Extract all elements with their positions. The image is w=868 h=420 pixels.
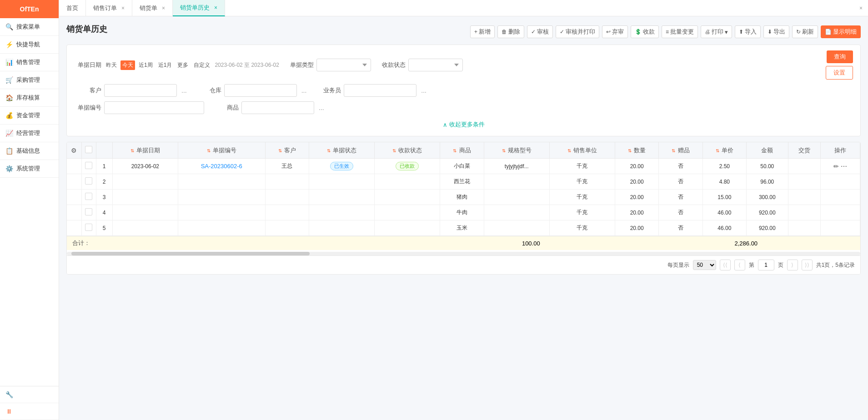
col-sales-unit[interactable]: ⇅ 销售单位 xyxy=(549,142,615,159)
custom-btn[interactable]: 自定义 xyxy=(192,60,212,70)
audit-print-button[interactable]: ✓ 审核并打印 xyxy=(556,25,599,38)
sidebar-item-search-menu[interactable]: 🔍 搜索菜单 xyxy=(0,18,59,36)
doc-no-input[interactable] xyxy=(104,101,204,114)
col-customer[interactable]: ⇅ 客户 xyxy=(265,142,309,159)
sidebar-item-sales-mgmt[interactable]: 📊 销售管理 xyxy=(0,54,59,71)
audit-button[interactable]: ✓ 审核 xyxy=(527,25,553,38)
customer-cell xyxy=(265,190,309,205)
col-unit-price[interactable]: ⇅ 单价 xyxy=(702,142,746,159)
staff-input[interactable] xyxy=(344,84,416,97)
warehouse-input[interactable] xyxy=(224,84,297,97)
sidebar-item-label: 经营管理 xyxy=(16,129,40,137)
page-input[interactable] xyxy=(758,260,774,270)
sidebar-item-ops-mgmt[interactable]: 📈 经营管理 xyxy=(0,125,59,142)
col-quantity[interactable]: ⇅ 数量 xyxy=(615,142,659,159)
select-all-checkbox[interactable] xyxy=(85,146,92,153)
payment-status-label: 收款状态 xyxy=(378,61,406,69)
product-input[interactable] xyxy=(241,101,314,114)
sort-icon: ⇅ xyxy=(672,148,675,153)
payment-status-select[interactable] xyxy=(408,59,463,71)
tab-sales-goods[interactable]: 销货单 × xyxy=(132,0,173,16)
staff-dots[interactable]: ... xyxy=(421,87,426,94)
row-checkbox[interactable] xyxy=(85,208,92,215)
abandon-button[interactable]: ↩ 弃审 xyxy=(602,25,628,38)
close-all-tabs[interactable]: × xyxy=(854,5,868,11)
edit-action-icon[interactable]: ✏ xyxy=(833,162,840,171)
sidebar-item-sys-mgmt[interactable]: ⚙️ 系统管理 xyxy=(0,160,59,178)
col-payment-status[interactable]: ⇅ 收款状态 xyxy=(375,142,440,159)
customer-input[interactable] xyxy=(104,84,177,97)
sidebar-item-finance[interactable]: 💰 资金管理 xyxy=(0,107,59,125)
last1m-btn[interactable]: 近1月 xyxy=(156,60,174,70)
query-button[interactable]: 查询 xyxy=(827,50,853,63)
col-doc-status[interactable]: ⇅ 单据状态 xyxy=(309,142,374,159)
tab-home[interactable]: 首页 xyxy=(59,0,86,16)
per-page-label: 每页显示 xyxy=(667,261,689,269)
tab-sales-order-close[interactable]: × xyxy=(121,5,125,11)
pause-icon: ⏸ xyxy=(5,408,13,415)
tab-sales-history[interactable]: 销货单历史 × xyxy=(173,0,225,16)
product-dots[interactable]: ... xyxy=(319,104,324,111)
doc-no-link[interactable]: SA-20230602-6 xyxy=(201,163,242,170)
gift-cell: 否 xyxy=(659,190,702,205)
doc-type-select[interactable] xyxy=(316,59,371,71)
col-doc-date[interactable]: ⇅ 单据日期 xyxy=(112,142,178,159)
sidebar-item-quick-nav[interactable]: ⚡ 快捷导航 xyxy=(0,36,59,54)
sales-unit-cell: 千克 xyxy=(549,159,615,174)
new-button[interactable]: + 新增 xyxy=(470,25,495,38)
more-btn[interactable]: 更多 xyxy=(176,60,190,70)
show-detail-button[interactable]: 📄 显示明细 xyxy=(821,25,861,38)
col-doc-no[interactable]: ⇅ 单据编号 xyxy=(178,142,265,159)
tab-sales-goods-close[interactable]: × xyxy=(162,5,165,11)
collapse-btn[interactable]: ∧ 收起更多条件 xyxy=(443,119,485,130)
export-button[interactable]: ⬇ 导出 xyxy=(763,25,789,38)
delete-button[interactable]: 🗑 删除 xyxy=(497,25,524,38)
doc-status-cell xyxy=(309,220,374,236)
per-page-select[interactable]: 50 100 xyxy=(693,260,716,270)
row-no-cell: 1 xyxy=(96,159,112,174)
sidebar-pause-btn[interactable]: ⏸ xyxy=(0,403,59,420)
print-button[interactable]: 🖨 打印 ▾ xyxy=(701,25,732,38)
col-gift[interactable]: ⇅ 赠品 xyxy=(659,142,702,159)
sidebar-item-basic-info[interactable]: 📋 基础信息 xyxy=(0,142,59,160)
row-checkbox[interactable] xyxy=(85,193,92,200)
receive-button[interactable]: 💲 收款 xyxy=(631,25,659,38)
actions-cell: ✏⋯ xyxy=(821,159,860,174)
tab-sales-history-close[interactable]: × xyxy=(214,5,217,11)
tab-sales-order[interactable]: 销售订单 × xyxy=(86,0,132,16)
table-row: 2 西兰花 千克 20.00 否 4.80 96.00 xyxy=(67,174,860,190)
sidebar-item-purchase-mgmt[interactable]: 🛒 采购管理 xyxy=(0,71,59,89)
first-page-btn[interactable]: ⟨⟨ xyxy=(720,260,731,270)
filter-settings-button[interactable]: 设置 xyxy=(826,66,853,80)
sales-unit-cell: 千克 xyxy=(549,174,615,190)
row-checkbox[interactable] xyxy=(85,162,92,169)
yesterday-btn[interactable]: 昨天 xyxy=(104,60,119,70)
today-btn[interactable]: 今天 xyxy=(120,60,135,70)
more-action-icon[interactable]: ⋯ xyxy=(840,162,848,171)
next-page-btn[interactable]: ⟩ xyxy=(787,260,798,270)
last7-btn[interactable]: 近1周 xyxy=(137,60,155,70)
col-product[interactable]: ⇅ 商品 xyxy=(440,142,484,159)
refresh-button[interactable]: ↻ 刷新 xyxy=(792,25,818,38)
scroll-thumb[interactable] xyxy=(71,252,310,255)
col-spec-type[interactable]: ⇅ 规格型号 xyxy=(484,142,549,159)
last-page-btn[interactable]: ⟩⟩ xyxy=(802,260,813,270)
sidebar-item-inventory[interactable]: 🏠 库存核算 xyxy=(0,89,59,107)
batch-change-button[interactable]: ≡ 批量变更 xyxy=(662,25,698,38)
table-gear-icon[interactable]: ⚙ xyxy=(71,147,77,154)
horizontal-scrollbar[interactable] xyxy=(67,252,860,255)
ops-icon: 📈 xyxy=(5,130,13,137)
transaction-cell xyxy=(788,205,821,220)
import-button[interactable]: ⬆ 导入 xyxy=(735,25,761,38)
sort-icon: ⇅ xyxy=(207,148,211,153)
row-checkbox[interactable] xyxy=(85,224,92,231)
row-checkbox[interactable] xyxy=(85,177,92,185)
unit-price-cell: 4.80 xyxy=(702,174,746,190)
sidebar-settings-btn[interactable]: 🔧 xyxy=(0,386,59,403)
gear-icon: ⚙️ xyxy=(5,165,13,172)
customer-dots[interactable]: ... xyxy=(181,87,187,94)
doc-no-cell xyxy=(178,205,265,220)
warehouse-dots[interactable]: ... xyxy=(301,87,307,94)
prev-page-btn[interactable]: ⟨ xyxy=(734,260,745,270)
settings-icon: 🔧 xyxy=(5,391,13,398)
